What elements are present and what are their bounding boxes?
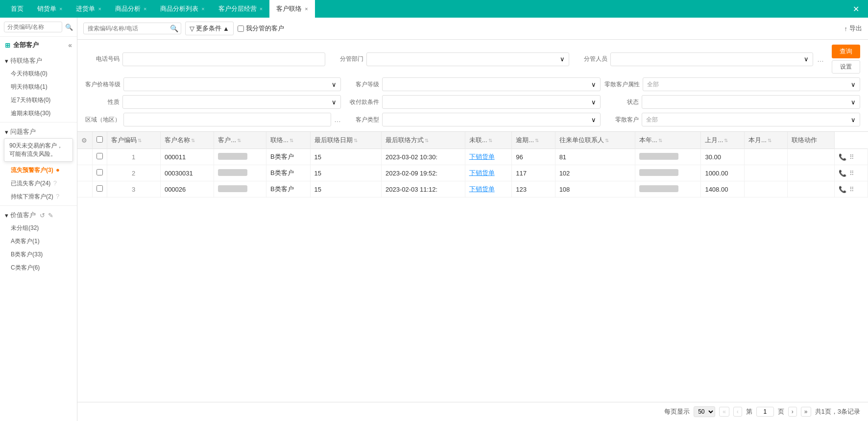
nav-tab-customer-tier[interactable]: 客户分层经营 × [212, 0, 269, 18]
nav-tab-sales[interactable]: 销货单 × [30, 0, 69, 18]
sort-icon-code[interactable]: ⇅ [138, 138, 142, 143]
sidebar-item-ungrouped[interactable]: 未分组(32) [0, 222, 77, 235]
action-more-icon[interactable]: ⠿ [849, 186, 854, 193]
page-size-select[interactable]: 50 [694, 406, 715, 417]
retail-attr-select[interactable]: 全部 ∨ [643, 77, 860, 91]
close-customer-tier-tab-icon[interactable]: × [260, 6, 263, 12]
all-customers-header[interactable]: ⊞ 全部客户 « [0, 37, 77, 53]
prev-page-button[interactable]: ‹ [733, 407, 742, 417]
th-settings[interactable]: ⚙ [77, 132, 92, 149]
nature-select[interactable]: ∨ [122, 95, 341, 109]
row-last-method[interactable]: 下销货单 [465, 165, 512, 181]
action-phone-icon[interactable]: 📞 [839, 186, 846, 193]
settings-button[interactable]: 设置 [832, 60, 860, 74]
price-grade-chevron-icon: ∨ [332, 81, 337, 88]
person-select[interactable]: ∨ [610, 52, 813, 66]
nav-tab-goods-analysis-list[interactable]: 商品分析列表 × [153, 0, 211, 18]
sort-icon-last-method[interactable]: ⇅ [425, 138, 429, 143]
query-button[interactable]: 查询 [832, 45, 860, 58]
sort-icon-uncontacted[interactable]: ⇅ [488, 138, 492, 143]
window-close-button[interactable]: ✕ [848, 4, 864, 14]
page-number-input[interactable] [756, 407, 774, 417]
sidebar-item-declining[interactable]: 持续下滑客户(2) ? [0, 190, 77, 203]
sidebar-item-today[interactable]: 今天待联络(0) [0, 67, 77, 80]
row-select-checkbox[interactable] [96, 169, 103, 175]
close-sales-tab-icon[interactable]: × [59, 6, 62, 12]
nav-tab-home[interactable]: 首页 [4, 0, 30, 18]
sidebar-item-7days[interactable]: 近7天待联络(0) [0, 94, 77, 107]
sidebar-item-churned[interactable]: 已流失客户(24) ? [0, 177, 77, 190]
price-grade-select[interactable]: ∨ [123, 77, 341, 91]
last-method-link[interactable]: 下销货单 [469, 169, 495, 176]
close-customer-contact-tab-icon[interactable]: × [305, 6, 308, 12]
table-settings-icon[interactable]: ⚙ [81, 137, 87, 144]
main-search-icon[interactable]: 🔍 [170, 25, 178, 32]
sort-icon-last-month[interactable]: ⇅ [724, 138, 728, 143]
row-checkbox[interactable] [92, 149, 107, 165]
th-last-date: 最后联络日期 ⇅ [310, 132, 381, 149]
action-phone-icon[interactable]: 📞 [839, 170, 846, 177]
refresh-icon[interactable]: ↺ [40, 212, 45, 219]
action-more-icon[interactable]: ⠿ [849, 170, 854, 177]
region-dots[interactable]: … [334, 116, 341, 124]
row-last-method[interactable]: 下销货单 [465, 181, 512, 198]
sort-icon-last-date[interactable]: ⇅ [354, 138, 358, 143]
my-customers-checkbox[interactable] [238, 25, 244, 32]
sort-icon-overdue[interactable]: ⇅ [535, 138, 539, 143]
sort-icon-company-contact[interactable]: ⇅ [605, 138, 609, 143]
sort-icon-this-month[interactable]: ⇅ [768, 138, 772, 143]
main-search-input[interactable] [83, 23, 181, 34]
more-dots-1[interactable]: … [817, 55, 824, 63]
edit-icon[interactable]: ✎ [48, 212, 53, 219]
th-checkbox[interactable] [92, 132, 107, 149]
export-button[interactable]: ↑ 导出 [844, 24, 863, 33]
phone-input[interactable] [122, 52, 325, 66]
row-last-month [745, 149, 788, 165]
first-page-button[interactable]: « [719, 407, 729, 417]
toolbar: 🔍 ▽ 更多条件 ▲ 我分管的客户 ↑ 导出 [77, 18, 868, 40]
row-checkbox[interactable] [92, 181, 107, 198]
sort-icon-name[interactable]: ⇅ [191, 138, 195, 143]
nav-tab-purchase[interactable]: 进货单 × [69, 0, 108, 18]
row-select-checkbox[interactable] [96, 153, 103, 159]
sort-icon-this-year[interactable]: ⇅ [658, 138, 662, 143]
row-last-method[interactable]: 下销货单 [465, 149, 512, 165]
collapse-icon[interactable]: « [68, 41, 72, 49]
sidebar-item-c-class[interactable]: C类客户(6) [0, 261, 77, 274]
sort-icon-contact[interactable]: ⇅ [289, 138, 293, 143]
action-more-icon[interactable]: ⠿ [849, 153, 854, 161]
action-phone-icon[interactable]: 📞 [839, 153, 846, 161]
sidebar-item-b-class[interactable]: B类客户(33) [0, 248, 77, 261]
nav-tab-goods-analysis[interactable]: 商品分析 × [108, 0, 153, 18]
customer-type-select[interactable]: ∨ [382, 113, 601, 126]
status-select[interactable]: ∨ [642, 95, 860, 109]
row-checkbox[interactable] [92, 165, 107, 181]
region-select[interactable] [123, 113, 331, 126]
sidebar-search-input[interactable] [4, 22, 62, 32]
sidebar-search-icon[interactable]: 🔍 [65, 24, 73, 31]
last-method-link[interactable]: 下销货单 [469, 153, 495, 160]
more-filter-button[interactable]: ▽ 更多条件 ▲ [185, 22, 234, 35]
filter-field-payment: 收付款条件 ∨ [345, 95, 601, 109]
nav-tab-customer-contact[interactable]: 客户联络 × [269, 0, 314, 18]
dept-select[interactable]: ∨ [366, 52, 569, 66]
last-page-button[interactable]: » [801, 407, 811, 417]
close-goods-analysis-list-tab-icon[interactable]: × [201, 6, 204, 12]
payment-select[interactable]: ∨ [382, 95, 601, 109]
close-goods-analysis-tab-icon[interactable]: × [144, 6, 146, 12]
sidebar-item-overdue[interactable]: 逾期未联络(30) [0, 107, 77, 120]
sort-icon-type[interactable]: ⇅ [237, 138, 241, 143]
select-all-checkbox[interactable] [96, 136, 103, 143]
retail-customer-select[interactable]: 全部 ∨ [642, 113, 860, 126]
sidebar-item-churn-warning[interactable]: 流失预警客户(3) ● [0, 164, 77, 177]
next-page-button[interactable]: › [788, 407, 797, 417]
customer-grade-select[interactable]: ∨ [382, 77, 601, 91]
sidebar-item-tomorrow[interactable]: 明天待联络(1) [0, 80, 77, 94]
sidebar-item-a-class[interactable]: A类客户(1) [0, 235, 77, 248]
my-customers-checkbox-label[interactable]: 我分管的客户 [238, 24, 284, 33]
row-select-checkbox[interactable] [96, 185, 103, 192]
filter-row-2: 客户价格等级 ∨ 客户等级 ∨ 零散客户属性 全部 [85, 77, 860, 91]
row-actions: 📞 ⠿ [835, 149, 868, 165]
close-purchase-tab-icon[interactable]: × [98, 6, 101, 12]
last-method-link[interactable]: 下销货单 [469, 185, 495, 193]
